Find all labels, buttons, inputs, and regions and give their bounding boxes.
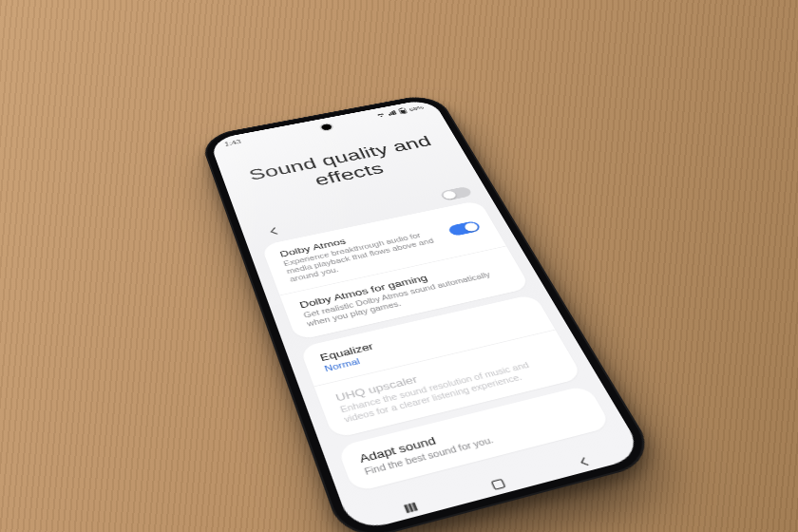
setting-title: Equalizer <box>318 306 530 364</box>
dolby-atmos-toggle[interactable] <box>447 220 483 237</box>
phone-screen: 1:43 68% <box>209 98 645 532</box>
settings-card-3: Adapt sound Find the best sound for you. <box>337 385 613 493</box>
nav-home-button[interactable] <box>488 477 508 492</box>
phone-frame: 1:43 68% <box>199 92 659 532</box>
battery-icon <box>398 107 408 115</box>
chevron-left-icon <box>264 225 284 238</box>
nav-recents-button[interactable] <box>400 500 420 516</box>
setting-uhq-upscaler: UHQ upscaler Enhance the sound resolutio… <box>314 330 584 439</box>
settings-list: Dolby Atmos Experience breakthrough audi… <box>249 198 636 514</box>
setting-title: UHQ upscaler <box>334 343 552 405</box>
setting-adapt-sound[interactable]: Adapt sound Find the best sound for you. <box>337 385 613 493</box>
setting-title: Adapt sound <box>357 398 584 466</box>
setting-value: Normal <box>323 316 536 373</box>
svg-rect-2 <box>400 110 406 114</box>
status-time: 1:43 <box>224 139 242 147</box>
settings-card-2: Equalizer Normal UHQ upscaler Enhance th… <box>299 294 583 440</box>
header-toggle[interactable] <box>440 186 473 201</box>
status-battery: 68% <box>408 104 425 112</box>
wifi-icon <box>375 112 386 118</box>
svg-rect-6 <box>492 480 505 490</box>
setting-subtitle: Enhance the sound resolution of music an… <box>339 354 563 426</box>
nav-back-button[interactable] <box>574 455 594 470</box>
navigation-bar <box>346 439 645 532</box>
svg-rect-3 <box>403 504 409 513</box>
back-button[interactable] <box>257 220 291 243</box>
signal-icon <box>388 110 398 116</box>
svg-rect-5 <box>411 503 418 511</box>
setting-subtitle: Find the best sound for you. <box>363 411 591 478</box>
setting-equalizer[interactable]: Equalizer Normal <box>299 294 555 387</box>
svg-rect-4 <box>408 504 414 512</box>
